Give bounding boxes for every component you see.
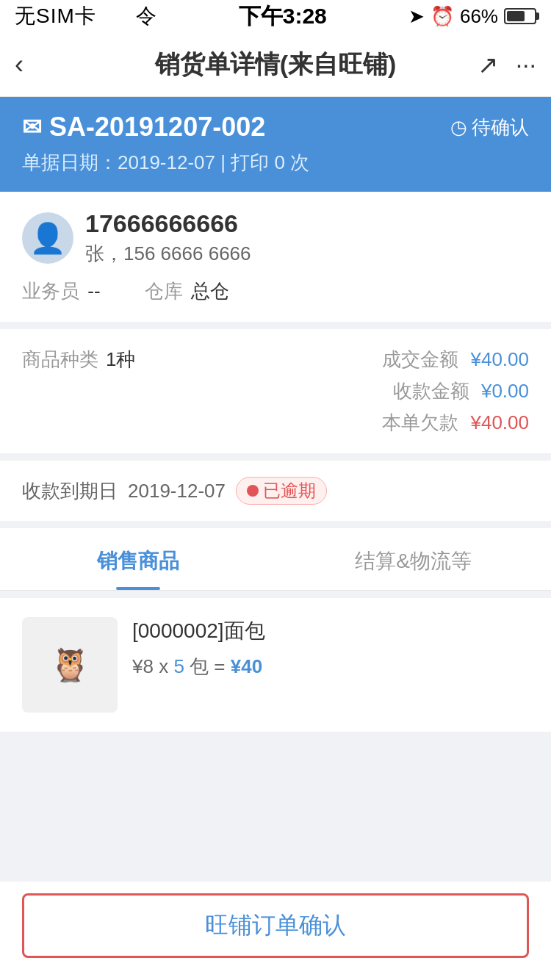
confirm-order-button[interactable]: 旺铺订单确认 (22, 893, 529, 958)
nav-actions: ↗ ··· (478, 50, 536, 79)
share-icon[interactable]: ↗ (478, 50, 498, 79)
order-id: ✉ SA-20191207-002 (22, 112, 265, 143)
amounts: 成交金额 ¥40.00 收款金额 ¥0.00 本单欠款 ¥40.00 (382, 347, 529, 436)
product-section: 🦉 [0000002]面包 ¥8 x 5 包 = ¥40 (0, 598, 551, 732)
product-qty: 5 (173, 655, 184, 677)
debt-amount-label: 本单欠款 (382, 410, 458, 436)
deal-amount-value: ¥40.00 (470, 348, 529, 371)
status-right: ➤ ⏰ 66% (408, 5, 536, 28)
tab-settlement-logistics[interactable]: 结算&物流等 (276, 528, 551, 590)
order-icon: ✉ (22, 113, 42, 141)
battery-icon (504, 8, 536, 24)
overdue-dot-icon (247, 485, 259, 497)
bottom-bar: 旺铺订单确认 (0, 882, 551, 980)
status-time: 下午3:28 (239, 1, 327, 32)
more-icon[interactable]: ··· (516, 50, 536, 79)
order-date-print: 单据日期：2019-12-07 | 打印 0 次 (22, 150, 529, 176)
tab-sales-products[interactable]: 销售商品 (0, 528, 276, 590)
deal-amount-label: 成交金额 (382, 347, 458, 372)
status-bar: 无SIM卡 令 下午3:28 ➤ ⏰ 66% (0, 0, 551, 32)
avatar: 👤 (22, 212, 73, 264)
nav-bar: ‹ 销货单详情(来自旺铺) ↗ ··· (0, 32, 551, 97)
debt-amount-value: ¥40.00 (470, 411, 529, 434)
alarm-icon: ⏰ (431, 5, 454, 28)
product-thumbnail: 🦉 (22, 617, 118, 713)
salesperson-info: 业务员 -- (22, 278, 101, 304)
content-spacer (0, 732, 551, 849)
status-clock-icon: ◷ (450, 116, 467, 139)
received-amount-label: 收款金额 (393, 378, 469, 404)
customer-section: 👤 17666666666 张，156 6666 6666 业务员 -- 仓库 … (0, 192, 551, 329)
due-date-value: 2019-12-07 (128, 480, 226, 502)
status-left: 无SIM卡 令 (15, 2, 157, 30)
summary-section: 商品种类 1种 成交金额 ¥40.00 收款金额 ¥0.00 本单欠款 ¥40.… (0, 329, 551, 461)
product-kinds: 商品种类 1种 (22, 347, 135, 372)
location-icon: ➤ (408, 5, 425, 28)
product-info: [0000002]面包 ¥8 x 5 包 = ¥40 (132, 617, 529, 680)
battery-label: 66% (460, 5, 498, 28)
product-total: ¥40 (231, 655, 262, 677)
due-date-section: 收款到期日 2019-12-07 已逾期 (0, 461, 551, 528)
header-card: ✉ SA-20191207-002 ◷ 待确认 单据日期：2019-12-07 … (0, 97, 551, 192)
product-price-detail: ¥8 x 5 包 = ¥40 (132, 654, 529, 680)
customer-phone: 17666666666 (85, 209, 251, 238)
customer-name: 张，156 6666 6666 (85, 241, 251, 267)
overdue-badge: 已逾期 (236, 477, 327, 505)
product-name: [0000002]面包 (132, 617, 529, 645)
received-amount-value: ¥0.00 (481, 380, 529, 403)
due-date-label: 收款到期日 (22, 478, 118, 504)
status-badge: ◷ 待确认 (450, 115, 529, 140)
back-button[interactable]: ‹ (7, 42, 31, 87)
product-image-placeholder: 🦉 (50, 646, 90, 684)
person-icon: 👤 (29, 221, 66, 256)
tabs-bar: 销售商品 结算&物流等 (0, 528, 551, 591)
warehouse-info: 仓库 总仓 (145, 278, 229, 304)
page-title: 销货单详情(来自旺铺) (155, 48, 397, 82)
